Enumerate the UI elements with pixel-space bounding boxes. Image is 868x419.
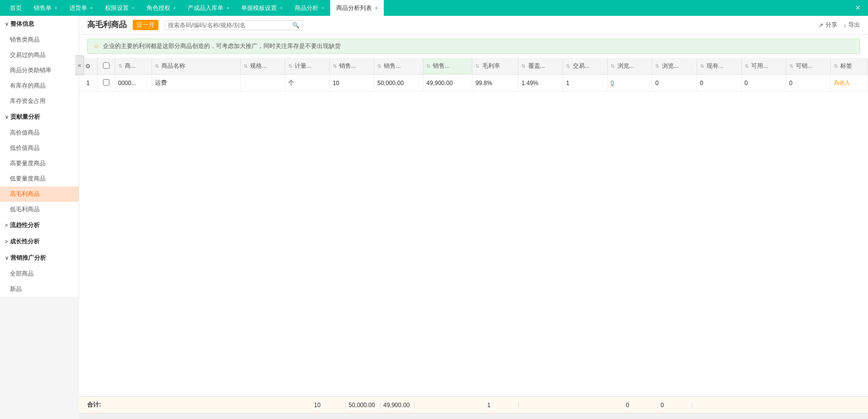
row-spec <box>240 75 285 92</box>
search-box: 🔍 <box>164 20 303 30</box>
close-analysis-icon[interactable]: × <box>321 5 324 11</box>
footer-sales-amount: 50,000.00 <box>346 402 380 409</box>
nav-product-analysis-list[interactable]: 商品分析列表 × <box>330 0 384 16</box>
row-index: 1 <box>79 75 97 92</box>
col-transactions[interactable]: ⇅ 交易... <box>563 58 608 75</box>
header-actions: ↗ 分享 ↓ 导出 <box>818 21 860 29</box>
section-growth-label: 成长性分析 <box>10 237 40 246</box>
top-navigation: 首页 销售单 × 进货单 × 权限设置 × 角色授权 × 产成品入库单 × 单据… <box>0 0 868 16</box>
sort-icon-current-stock: ⇅ <box>700 63 704 69</box>
sidebar-item-low-margin[interactable]: 低毛利商品 <box>0 202 79 217</box>
col-name[interactable]: ⇅ 商品名称 <box>152 58 240 75</box>
sidebar-section-contribution[interactable]: ∨ 贡献量分析 <box>0 109 79 125</box>
sidebar-item-low-value[interactable]: 低价值商品 <box>0 140 79 156</box>
search-icon[interactable]: 🔍 <box>292 22 300 29</box>
window-close-button[interactable]: × <box>852 3 864 12</box>
sidebar-item-high-demand[interactable]: 高要量度商品 <box>0 156 79 171</box>
sidebar-item-instock-products[interactable]: 有库存的商品 <box>0 78 79 93</box>
col-browse2[interactable]: ⇅ 浏览... <box>652 58 697 75</box>
nav-product-inbound[interactable]: 产成品入库单 × <box>182 0 235 16</box>
bottom-scrollbar[interactable] <box>79 413 868 419</box>
section-overall-arrow: ∨ <box>5 21 8 27</box>
col-spec-label: 规格... <box>250 62 267 69</box>
section-trend-arrow: > <box>5 223 8 228</box>
sidebar-item-product-assist-rate[interactable]: 商品分类助销率 <box>0 63 79 78</box>
collapse-icon: « <box>78 62 81 69</box>
col-gross-rate[interactable]: ⇅ 毛利率 <box>472 58 518 75</box>
row-sales-cost: 49,900.00 <box>423 75 472 92</box>
row-select-checkbox[interactable] <box>103 79 109 86</box>
browse1-link[interactable]: 0 <box>611 80 614 87</box>
close-product-inbound-icon[interactable]: × <box>226 5 229 11</box>
sidebar-item-high-margin[interactable]: 高毛利商品 <box>0 186 79 202</box>
sidebar-item-all-products[interactable]: 全部商品 <box>0 266 79 281</box>
col-transactions-label: 交易... <box>573 62 590 69</box>
export-button[interactable]: ↓ 导出 <box>843 21 860 29</box>
footer-sellable: 0 <box>658 402 692 409</box>
sidebar-collapse-button[interactable]: « <box>75 55 84 75</box>
sidebar-item-sales-products[interactable]: 销售类商品 <box>0 32 79 47</box>
col-browse1[interactable]: ⇅ 浏览... <box>608 58 652 75</box>
nav-template-settings[interactable]: 单据模板设置 × <box>235 0 289 16</box>
col-tag[interactable]: ⇅ 标签 <box>830 58 868 75</box>
close-permission-icon[interactable]: × <box>132 5 135 11</box>
nav-permission-settings[interactable]: 权限设置 × <box>99 0 141 16</box>
row-browse1[interactable]: 0 <box>608 75 652 92</box>
export-label: 导出 <box>848 21 860 29</box>
sidebar-item-stock-capital[interactable]: 库存资金占用 <box>0 93 79 109</box>
close-sales-order-icon[interactable]: × <box>54 5 57 11</box>
sort-icon-code: ⇅ <box>118 63 122 69</box>
sidebar-item-high-value[interactable]: 高价值商品 <box>0 125 79 140</box>
sidebar-item-new-products[interactable]: 新品 <box>0 281 79 297</box>
table-row: 1 0000... 运费 个 10 50,000.00 49,900.00 99… <box>79 75 868 92</box>
sidebar-item-traded-products[interactable]: 交易过的商品 <box>0 47 79 63</box>
col-sellable[interactable]: ⇅ 可销... <box>786 58 830 75</box>
col-spec[interactable]: ⇅ 规格... <box>240 58 285 75</box>
settings-icon[interactable]: ⚙ <box>85 63 91 70</box>
close-role-auth-icon[interactable]: × <box>173 5 176 11</box>
footer-sales-qty: 10 <box>311 402 346 409</box>
col-sales-cost-label: 销售... <box>433 62 450 69</box>
footer-transactions: 1 <box>484 402 519 409</box>
col-available[interactable]: ⇅ 可用... <box>741 58 786 75</box>
sidebar-section-marketing[interactable]: ∨ 营销推广分析 <box>0 250 79 266</box>
col-sales-qty[interactable]: ⇅ 销售... <box>329 58 374 75</box>
col-sales-cost[interactable]: ⇅ 销售... <box>423 58 472 75</box>
export-icon: ↓ <box>843 22 846 29</box>
nav-role-auth[interactable]: 角色授权 × <box>141 0 182 16</box>
close-analysis-list-icon[interactable]: × <box>375 5 378 11</box>
sidebar-section-growth[interactable]: > 成长性分析 <box>0 233 79 250</box>
sort-icon-transactions: ⇅ <box>566 63 570 69</box>
col-coverage[interactable]: ⇅ 覆盖... <box>518 58 563 75</box>
close-template-icon[interactable]: × <box>280 5 283 11</box>
nav-sales-order[interactable]: 销售单 × <box>28 0 63 16</box>
select-all-checkbox[interactable] <box>103 62 109 69</box>
share-button[interactable]: ↗ 分享 <box>818 21 837 29</box>
time-filter-button[interactable]: 近一月 <box>133 20 158 30</box>
info-bar: ☆ 企业的主要的利润都是这部分商品创造的，可考虑加大推广，同时关注库存是不要出现… <box>87 39 860 54</box>
close-purchase-order-icon[interactable]: × <box>90 5 93 11</box>
row-code: 0000... <box>115 75 152 92</box>
col-checkbox[interactable] <box>97 58 115 75</box>
col-sales-amount[interactable]: ⇅ 销售... <box>374 58 423 75</box>
col-tag-label: 标签 <box>840 62 852 69</box>
nav-purchase-order[interactable]: 进货单 × <box>63 0 99 16</box>
row-checkbox[interactable] <box>97 75 115 92</box>
col-current-stock[interactable]: ⇅ 现有... <box>697 58 741 75</box>
col-unit[interactable]: ⇅ 计量... <box>285 58 329 75</box>
sidebar-section-trend[interactable]: > 流趋性分析 <box>0 217 79 233</box>
page-title: 高毛利商品 <box>87 20 127 30</box>
row-sellable: 0 <box>786 75 830 92</box>
section-contribution-items: 高价值商品 低价值商品 高要量度商品 低要量度商品 高毛利商品 低毛利商品 <box>0 125 79 217</box>
sidebar-item-low-demand[interactable]: 低要量度商品 <box>0 171 79 186</box>
sidebar-section-overall[interactable]: ∨ 整体信息 <box>0 16 79 32</box>
nav-home[interactable]: 首页 <box>4 0 28 16</box>
share-label: 分享 <box>825 21 837 29</box>
nav-product-analysis[interactable]: 商品分析 × <box>289 0 330 16</box>
footer-summary: 合计: 10 50,000.00 49,900.00 1 0 0 <box>79 396 868 413</box>
col-gross-rate-label: 毛利率 <box>482 62 500 69</box>
data-table: ⚙ ⇅ 商... ⇅ 商品名称 <box>79 58 868 92</box>
sort-icon-tag: ⇅ <box>834 63 838 69</box>
search-input[interactable] <box>168 22 290 29</box>
col-code[interactable]: ⇅ 商... <box>115 58 152 75</box>
